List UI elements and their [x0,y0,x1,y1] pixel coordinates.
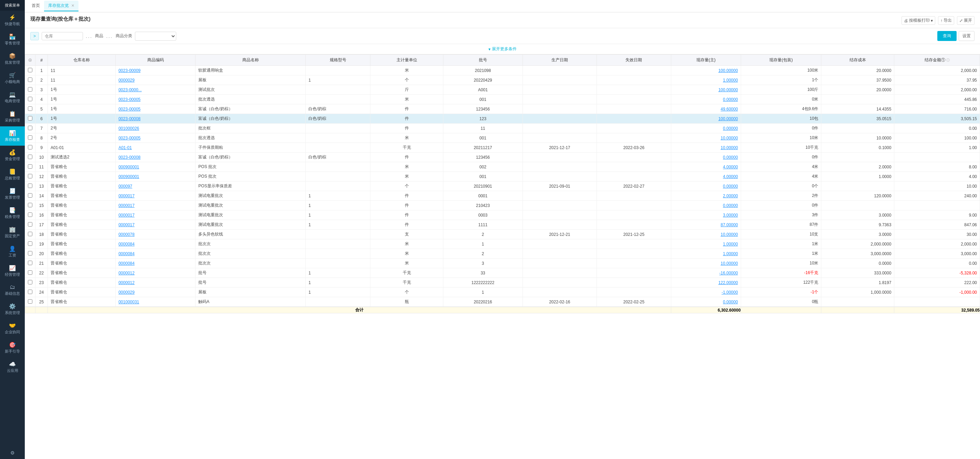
row-num: 3 [35,85,48,95]
table-row: 16 晋省粮仓 0000017 测试电重批次 1 件 0003 3.00000 … [25,210,980,220]
row-avg-cost: 333.0000 [821,268,894,278]
row-batch: 1111 [443,220,523,230]
row-unit: 件 [371,201,443,210]
row-checkbox[interactable] [25,210,35,220]
row-checkbox[interactable] [25,66,35,75]
search-button[interactable]: 查询 [937,31,956,41]
row-qty-stock: 4米 [741,172,821,182]
row-total-cost: 240.00 [894,191,980,201]
sidebar-item-purchase[interactable]: 📋 采购管理 [0,107,25,126]
row-spec: 1 [305,210,371,220]
row-checkbox[interactable] [25,143,35,153]
row-checkbox[interactable] [25,287,35,297]
row-warehouse: 2号 [48,124,116,133]
sidebar-item-cloud[interactable]: ☁️ 云应用 [0,357,25,377]
sidebar-item-quick-nav[interactable]: ⚡ 快捷导航 [0,11,25,30]
row-checkbox[interactable] [25,75,35,85]
row-avg-cost [821,297,894,307]
row-warehouse: 晋省粮仓 [48,182,116,191]
row-checkbox[interactable] [25,85,35,95]
print-button[interactable]: 🖨 按模板打印 ▾ [902,16,935,25]
row-unit: 米 [371,133,443,143]
sidebar-item-inventory[interactable]: 📊 库存核查 [0,126,25,146]
row-produce [523,268,597,278]
row-qty-main: 4.00000 [671,172,741,182]
sidebar-item-system[interactable]: ⚙️ 系统管理 [0,300,25,319]
row-checkbox[interactable] [25,191,35,201]
row-checkbox[interactable] [25,95,35,104]
row-checkbox[interactable] [25,278,35,287]
row-checkbox[interactable] [25,268,35,278]
sidebar-item-fixed-assets[interactable]: 🏢 固定资产 [0,223,25,242]
row-batch: 2021098 [443,66,523,75]
sidebar-item-hr[interactable]: 👤 工资 [0,242,25,261]
sidebar-logo[interactable]: 搜索菜单 [0,0,25,11]
row-checkbox[interactable] [25,297,35,307]
row-checkbox[interactable] [25,133,35,143]
sidebar-item-mini-ecom[interactable]: 🛒 小额电商 [0,69,25,88]
sidebar-item-tax[interactable]: 📑 税务管理 [0,204,25,223]
row-qty-main: 10.00000 [671,230,741,239]
sidebar-item-collab[interactable]: 🤝 企业协同 [0,319,25,338]
filter-settings-button[interactable]: 设置 [959,31,975,41]
row-qty-stock: 1个 [741,75,821,85]
sidebar-item-ops[interactable]: 📈 经营管理 [0,261,25,280]
row-qty-main: 0.00000 [671,124,741,133]
row-warehouse: 晋省粮仓 [48,201,116,210]
row-qty-main: 49.60000 [671,104,741,114]
footer-empty-3 [741,307,821,313]
row-checkbox[interactable] [25,201,35,210]
row-expire [597,85,671,95]
sidebar-item-label: 快捷导航 [5,22,20,26]
sidebar-item-wholesale[interactable]: 📦 批发管理 [0,49,25,69]
row-num: 22 [35,268,48,278]
sidebar-item-label: 采购管理 [5,118,20,122]
expand-button[interactable]: ⤢ 展开 [957,16,975,25]
row-checkbox[interactable] [25,182,35,191]
expand-conditions-button[interactable]: ▾ 展开更多条件 [488,46,517,52]
category-select[interactable] [135,32,176,41]
col-expire-date: 失效日期 [597,55,671,66]
row-checkbox[interactable] [25,249,35,258]
sidebar-item-label: 税务管理 [5,215,20,219]
row-qty-main: 100.00000 [671,85,741,95]
row-checkbox[interactable] [25,258,35,268]
sidebar-item-label: 电商管理 [5,99,20,103]
row-checkbox[interactable] [25,114,35,124]
row-qty-main: 122.00000 [671,278,741,287]
row-qty-stock: 10支 [741,230,821,239]
export-button[interactable]: ↑ 导出 [938,16,954,25]
row-checkbox[interactable] [25,104,35,114]
tab-close-icon[interactable]: ✕ [71,3,74,8]
row-code: 0000084 [116,249,196,258]
sidebar-item-finance[interactable]: 💰 资金管理 [0,146,25,165]
row-checkbox[interactable] [25,239,35,249]
sidebar-settings[interactable]: ⚙ [0,446,25,459]
row-qty-main: 4.00000 [671,162,741,172]
sidebar-item-general-ledger[interactable]: 📒 总账管理 [0,165,25,184]
row-checkbox[interactable] [25,230,35,239]
sidebar-item-newbie[interactable]: 🎯 新手引导 [0,338,25,357]
warehouse-input[interactable] [41,32,83,40]
row-spec [305,85,371,95]
sidebar-item-label: 经营管理 [5,273,20,276]
filter-arrow-button[interactable]: > [30,32,39,40]
row-checkbox[interactable] [25,124,35,133]
sidebar-item-ecom[interactable]: 💻 电商管理 [0,88,25,107]
sidebar-item-basic-info[interactable]: 🗂 基础信息 [0,280,25,300]
sidebar-item-invoice[interactable]: 🧾 发票管理 [0,184,25,204]
table-row: 25 晋省粮仓 001000031 触码A 瓶 20220216 2022-02… [25,297,980,307]
row-spec [305,258,371,268]
row-avg-cost: 3.0000 [821,210,894,220]
sidebar-item-retail[interactable]: 🏪 零售管理 [0,30,25,49]
row-checkbox[interactable] [25,162,35,172]
row-qty-main: 10.00000 [671,133,741,143]
tab-home[interactable]: 首页 [27,1,44,11]
row-checkbox[interactable] [25,220,35,230]
col-checkbox[interactable]: ☉ [25,55,35,66]
row-checkbox[interactable] [25,172,35,182]
tab-inventory-batch[interactable]: 库存批次览 ✕ [44,1,78,11]
row-avg-cost: 9.7363 [821,220,894,230]
table-row: 18 晋省粮仓 0000078 多头异色软线 支 2 2021-12-21 20… [25,230,980,239]
row-checkbox[interactable] [25,153,35,162]
